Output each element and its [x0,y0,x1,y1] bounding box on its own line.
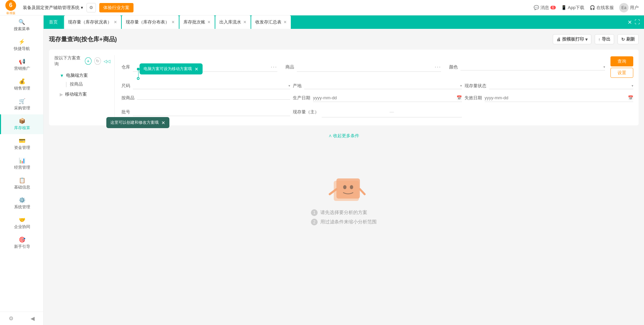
tab-inventory-dist-close[interactable]: ✕ [171,20,175,24]
message-badge: 6 [550,6,556,9]
size-select[interactable]: ▾ [133,83,290,89]
warehouse-label: 仓库 [121,64,130,70]
tab-inventory-status[interactable]: 现存量（库存状况表） ✕ [64,15,121,29]
tab-flow-close[interactable]: ✕ [243,20,247,24]
sidebar-item-search[interactable]: 🔍 搜索菜单 [0,15,43,35]
back-button[interactable]: ◁◁ [104,59,110,64]
sys-name: 装备及固定资产辅助管理系统 [23,5,79,11]
filter-row-4: 批号 现存量（主） — [121,107,633,117]
sidebar-item-sales[interactable]: 💰 销售管理 [0,75,43,95]
goods-select[interactable]: ··· [297,63,441,72]
reset-button[interactable]: 设置 [610,68,633,78]
expire-date-text[interactable] [485,95,628,100]
online-support-button[interactable]: 🎧 在线客服 [590,5,614,11]
sys-name-select[interactable]: 装备及固定资产辅助管理系统 ▾ [23,5,83,11]
prod-date-text[interactable] [313,95,456,100]
sidebar-item-management[interactable]: 📊 经营管理 [0,154,43,174]
tab-batch[interactable]: 库存批次账 ✕ [179,15,215,29]
sidebar-item-guide[interactable]: 🎯 新手引导 [0,233,43,253]
type-select[interactable] [137,97,290,100]
tooltip-pc-scheme-close[interactable]: ✕ [195,66,199,72]
tip-num-2: 2 [311,219,318,225]
stock-main-min[interactable] [322,108,387,116]
sidebar-item-finance[interactable]: 💳 资金管理 [0,134,43,154]
stock-status-label: 现存量状态 [465,83,486,89]
marketing-icon: 📢 [19,58,25,65]
expire-date-input[interactable]: 📅 [485,94,633,102]
stock-main-max[interactable] [397,108,462,116]
scheme-tree: ▼ 电脑端方案 │ 按商品 [60,71,110,99]
origin-select[interactable]: ▾ [304,83,462,89]
tooltip-create-scheme: 这里可以创建和修改方案哦 ✕ [106,117,169,128]
sidebar-item-basic[interactable]: 📋 基础信息 [0,174,43,194]
trial-button[interactable]: 体验行业方案 [99,3,133,12]
size-field: 尺码 ▾ [121,83,290,89]
sidebar-item-system[interactable]: ⚙️ 系统管理 [0,194,43,213]
filter-header-label: 按以下方案查询 [54,55,82,67]
batch-input[interactable] [133,108,290,116]
search-button[interactable]: 查询 [610,56,633,66]
user-label: 用户 [630,5,639,11]
message-button[interactable]: 💬 消息 6 [534,5,556,11]
tab-summary[interactable]: 收发存汇总表 ✕ [251,15,291,29]
tip-text-2: 用过滤条件来缩小分析范围 [320,219,377,225]
mobile-scheme-group-header[interactable]: ▶ 移动端方案 [60,90,110,99]
tab-inventory-dist-label: 现存量（库存分布表） [126,19,169,25]
tab-inventory-status-label: 现存量（库存状况表） [68,19,112,25]
mobile-scheme-group: ▶ 移动端方案 [60,90,110,99]
tooltip-create-scheme-text: 这里可以创建和修改方案哦 [110,120,159,125]
tab-batch-close[interactable]: ✕ [207,20,211,24]
empty-icon [327,169,361,203]
tab-home[interactable]: 首页 [44,15,63,29]
collapse-bar[interactable]: ∧ 收起更多条件 [49,129,639,142]
sidebar-item-collab[interactable]: 🤝 企业协同 [0,213,43,233]
tab-summary-close[interactable]: ✕ [283,20,287,24]
tab-inventory-dist[interactable]: 现存量（库存分布表） ✕ [122,15,179,29]
pc-scheme-group-header[interactable]: ▼ 电脑端方案 [60,71,110,80]
sidebar-collapse-icon[interactable]: ◀ [31,315,35,322]
print-button[interactable]: 🖨 按模板打印 ▾ [553,34,591,44]
color-select[interactable]: ▾ [461,64,605,70]
collapse-up-icon: ∧ [328,133,333,138]
origin-label: 产地 [293,83,302,89]
refresh-scheme-button[interactable]: ↻ [94,57,101,65]
user-area[interactable]: Ea 用户 [619,3,639,12]
page-title-bar: 现存量查询(按仓库+商品) 🖨 按模板打印 ▾ ↑ 导出 [49,34,639,44]
app-download-button[interactable]: 📱 App下载 [561,5,584,11]
sidebar-settings-icon[interactable]: ⚙ [9,315,13,322]
sidebar-item-nav[interactable]: ⚡ 快捷导航 [0,35,43,55]
origin-field: 产地 ▾ [293,83,462,89]
size-label: 尺码 [121,83,130,89]
settings-icon[interactable]: ⚙ [87,3,96,12]
refresh-button[interactable]: ↻ 刷新 [618,34,639,44]
top-bar-left: 6 标准版 装备及固定资产辅助管理系统 ▾ ⚙ 体验行业方案 [5,0,133,15]
maximize-icon[interactable]: ⛶ [635,19,640,25]
tab-flow[interactable]: 出入库流水 ✕ [215,15,251,29]
sidebar-item-guide-label: 新手引导 [14,244,30,250]
scheme-item-goods[interactable]: │ 按商品 [60,80,110,89]
sidebar-item-purchase[interactable]: 🛒 采购管理 [0,95,43,114]
top-bar-right: 💬 消息 6 📱 App下载 🎧 在线客服 Ea 用户 [534,3,639,12]
tab-summary-label: 收发存汇总表 [255,19,281,25]
filter-row-2: 尺码 ▾ 产地 ▾ [121,83,633,89]
origin-chevron: ▾ [460,84,462,88]
filter-section: 按以下方案查询 + ↻ ◁◁ [49,50,639,125]
close-all-icon[interactable]: ✕ [628,19,632,25]
prod-date-input[interactable]: 📅 [313,94,462,102]
expire-date-label: 失效日期 [465,95,482,101]
export-icon: ↑ [598,37,601,42]
export-button[interactable]: ↑ 导出 [595,34,614,44]
stock-status-select[interactable]: ▾ [489,83,633,89]
tab-inventory-status-close[interactable]: ✕ [114,20,117,24]
prod-date-calendar-icon[interactable]: 📅 [457,95,462,100]
expire-date-calendar-icon[interactable]: 📅 [628,95,633,100]
range-separator: — [388,109,395,114]
page-content: 现存量查询(按仓库+商品) 🖨 按模板打印 ▾ ↑ 导出 [44,29,644,325]
add-scheme-button[interactable]: + [85,57,92,65]
sales-icon: 💰 [19,78,25,85]
sidebar-item-marketing-label: 营销推广 [14,66,30,71]
refresh-icon: ↻ [621,37,625,42]
sidebar-item-marketing[interactable]: 📢 营销推广 [0,55,43,75]
sidebar-item-inventory[interactable]: 📦 库存核算 [0,114,43,134]
tooltip-create-scheme-close[interactable]: ✕ [161,120,165,125]
